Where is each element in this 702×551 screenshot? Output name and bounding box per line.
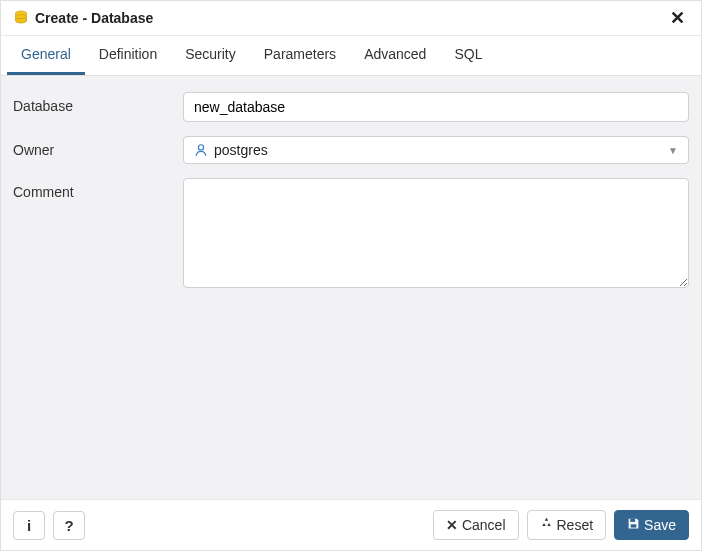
close-icon[interactable]: ✕: [666, 9, 689, 27]
form-row-owner: Owner postgres ▼: [13, 136, 689, 164]
tab-parameters[interactable]: Parameters: [250, 36, 350, 75]
recycle-icon: [540, 517, 553, 533]
owner-field-wrap: postgres ▼: [183, 136, 689, 164]
tab-advanced[interactable]: Advanced: [350, 36, 440, 75]
form-row-database: Database: [13, 92, 689, 122]
cancel-label: Cancel: [462, 517, 506, 533]
dialog-title: Create - Database: [35, 10, 666, 26]
owner-select[interactable]: postgres ▼: [183, 136, 689, 164]
owner-value: postgres: [214, 142, 668, 158]
svg-point-3: [198, 145, 203, 150]
close-icon: ✕: [446, 518, 458, 532]
comment-label: Comment: [13, 178, 183, 200]
comment-field-wrap: [183, 178, 689, 291]
form-row-comment: Comment: [13, 178, 689, 291]
database-field-wrap: [183, 92, 689, 122]
owner-label: Owner: [13, 136, 183, 158]
tab-sql[interactable]: SQL: [440, 36, 496, 75]
save-button[interactable]: Save: [614, 510, 689, 540]
help-icon: ?: [64, 518, 73, 533]
tab-bar: General Definition Security Parameters A…: [1, 36, 701, 76]
cancel-button[interactable]: ✕ Cancel: [433, 510, 519, 540]
svg-rect-4: [630, 519, 635, 522]
tab-definition[interactable]: Definition: [85, 36, 171, 75]
tab-general[interactable]: General: [7, 36, 85, 75]
svg-rect-5: [631, 524, 637, 527]
database-label: Database: [13, 92, 183, 114]
info-button[interactable]: i: [13, 511, 45, 540]
user-icon: [194, 143, 208, 157]
reset-button[interactable]: Reset: [527, 510, 607, 540]
database-input[interactable]: [183, 92, 689, 122]
save-label: Save: [644, 517, 676, 533]
chevron-down-icon: ▼: [668, 145, 678, 156]
database-icon: [13, 10, 29, 26]
dialog-body: Database Owner postgres ▼ Comment: [1, 76, 701, 499]
dialog-header: Create - Database ✕: [1, 1, 701, 36]
comment-textarea[interactable]: [183, 178, 689, 288]
help-button[interactable]: ?: [53, 511, 85, 540]
dialog-footer: i ? ✕ Cancel Reset Save: [1, 499, 701, 550]
save-icon: [627, 517, 640, 533]
reset-label: Reset: [557, 517, 594, 533]
info-icon: i: [27, 518, 31, 533]
tab-security[interactable]: Security: [171, 36, 250, 75]
